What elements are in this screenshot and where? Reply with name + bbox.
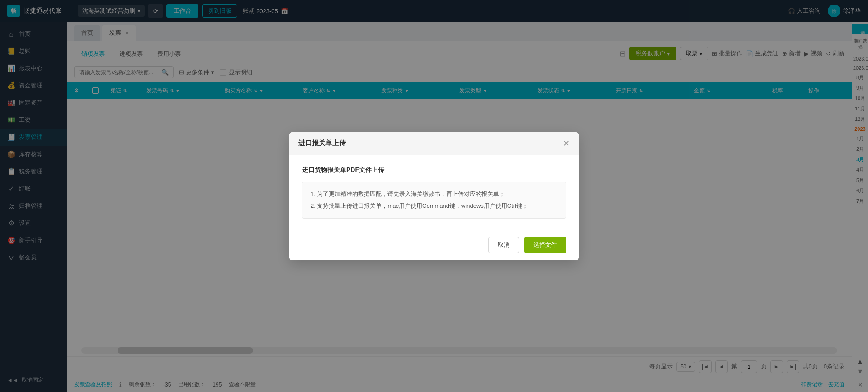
modal-close-button[interactable]: ✕ — [563, 139, 570, 148]
modal-section-title: 进口货物报关单PDF文件上传 — [302, 166, 566, 174]
modal-info-text-2: 2. 支持批量上传进口报关单，mac用户使用Command键，windows用户… — [311, 200, 528, 212]
modal-select-file-button[interactable]: 选择文件 — [524, 237, 566, 253]
modal-info-item-2: 2. 支持批量上传进口报关单，mac用户使用Command键，windows用户… — [311, 200, 557, 212]
modal-cancel-button[interactable]: 取消 — [488, 237, 519, 253]
modal-info-box: 1. 为了更加精准的数据匹配，请先录入海关缴款书，再上传对应的报关单； 2. 支… — [302, 182, 566, 219]
modal-overlay[interactable]: 进口报关单上传 ✕ 进口货物报关单PDF文件上传 1. 为了更加精准的数据匹配，… — [0, 0, 868, 392]
modal-body: 进口货物报关单PDF文件上传 1. 为了更加精准的数据匹配，请先录入海关缴款书，… — [289, 155, 579, 229]
modal-info-text-1: 1. 为了更加精准的数据匹配，请先录入海关缴款书，再上传对应的报关单； — [311, 188, 505, 200]
import-modal: 进口报关单上传 ✕ 进口货物报关单PDF文件上传 1. 为了更加精准的数据匹配，… — [289, 132, 579, 260]
modal-header: 进口报关单上传 ✕ — [289, 132, 579, 155]
modal-footer: 取消 选择文件 — [289, 229, 579, 260]
modal-info-item-1: 1. 为了更加精准的数据匹配，请先录入海关缴款书，再上传对应的报关单； — [311, 188, 557, 200]
modal-title: 进口报关单上传 — [298, 139, 346, 148]
